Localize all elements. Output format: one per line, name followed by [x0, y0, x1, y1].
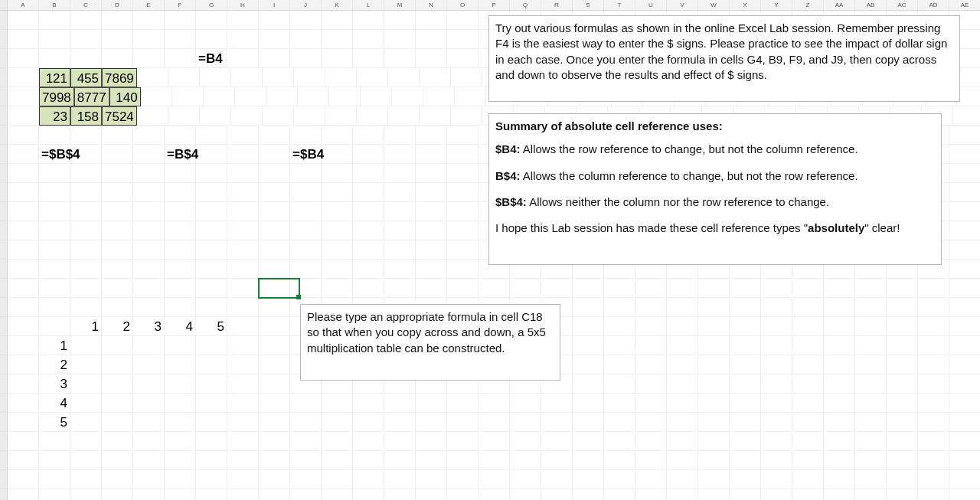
cell-U25[interactable]: [635, 470, 667, 489]
cell-S17[interactable]: [573, 317, 604, 336]
cell-L24[interactable]: [353, 451, 384, 470]
cell-C14[interactable]: [70, 260, 102, 279]
cell-G19[interactable]: [196, 355, 227, 374]
cell-H2[interactable]: [227, 30, 259, 49]
cell-K11[interactable]: [322, 202, 353, 221]
column-header-H[interactable]: H: [227, 0, 259, 10]
cell-AC22[interactable]: [887, 413, 918, 432]
cell-F18[interactable]: [165, 336, 196, 355]
cell-AE12[interactable]: [949, 221, 980, 240]
cell-L11[interactable]: [353, 202, 384, 221]
cell-X24[interactable]: [730, 451, 761, 470]
cell-H10[interactable]: [227, 183, 259, 202]
cell-V16[interactable]: [667, 298, 698, 317]
column-header-Z[interactable]: Z: [792, 0, 824, 10]
cell-N4[interactable]: [420, 68, 451, 87]
cell-D3[interactable]: [102, 49, 133, 68]
cell-AD19[interactable]: [918, 355, 949, 374]
cell-I24[interactable]: [259, 451, 290, 470]
cell-K9[interactable]: [322, 164, 353, 183]
cell-B12[interactable]: [39, 221, 70, 240]
cell-N8[interactable]: [416, 145, 447, 164]
row-header-14[interactable]: [0, 260, 8, 279]
cell-K22[interactable]: [322, 413, 353, 432]
cell-M11[interactable]: [384, 202, 416, 221]
cell-G26[interactable]: [196, 489, 227, 500]
cell-W20[interactable]: [698, 374, 730, 394]
cell-Q22[interactable]: [510, 413, 541, 432]
cell-U16[interactable]: [635, 298, 667, 317]
cell-C18[interactable]: [70, 336, 102, 355]
cell-AE17[interactable]: [949, 317, 980, 336]
cell-I17[interactable]: [259, 317, 290, 336]
cell-R21[interactable]: [541, 394, 573, 413]
cell-I13[interactable]: [259, 240, 290, 260]
cell-H8[interactable]: [227, 145, 259, 164]
cell-N24[interactable]: [416, 451, 447, 470]
row-header-20[interactable]: [0, 374, 8, 394]
cell-D22[interactable]: [102, 413, 133, 432]
cell-Q21[interactable]: [510, 394, 541, 413]
cell-F20[interactable]: [165, 374, 196, 394]
cell-N7[interactable]: [416, 126, 447, 145]
cell-U22[interactable]: [635, 413, 667, 432]
cell-G23[interactable]: [196, 432, 227, 451]
cell-E5[interactable]: [141, 87, 172, 106]
cell-AE26[interactable]: [949, 489, 980, 500]
cell-Z22[interactable]: [792, 413, 824, 432]
cell-AB19[interactable]: [855, 355, 887, 374]
column-header-AE[interactable]: AE: [949, 0, 980, 10]
cell-W19[interactable]: [698, 355, 730, 374]
cell-AE24[interactable]: [949, 451, 980, 470]
cell-O6[interactable]: [451, 106, 482, 126]
cell-W21[interactable]: [698, 394, 730, 413]
cell-D20[interactable]: [102, 374, 133, 394]
column-header-AB[interactable]: AB: [855, 0, 887, 10]
cell-T16[interactable]: [604, 298, 635, 317]
cell-U18[interactable]: [635, 336, 667, 355]
cell-L5[interactable]: [361, 87, 392, 106]
cell-M1[interactable]: [384, 11, 416, 30]
cell-AE18[interactable]: [949, 336, 980, 355]
cell-H14[interactable]: [227, 260, 259, 279]
cell-E20[interactable]: [133, 374, 165, 394]
cell-K21[interactable]: [322, 394, 353, 413]
cell-C25[interactable]: [70, 470, 102, 489]
cell-Y23[interactable]: [761, 432, 792, 451]
column-header-AD[interactable]: AD: [918, 0, 949, 10]
cell-C13[interactable]: [70, 240, 102, 260]
row-header-18[interactable]: [0, 336, 8, 355]
cell-AE8[interactable]: [949, 145, 980, 164]
cell-R23[interactable]: [541, 432, 573, 451]
cell-V23[interactable]: [667, 432, 698, 451]
cell-AB24[interactable]: [855, 451, 887, 470]
cell-E25[interactable]: [133, 470, 165, 489]
cell-A25[interactable]: [8, 470, 39, 489]
cell-C23[interactable]: [70, 432, 102, 451]
cell-N21[interactable]: [416, 394, 447, 413]
row-header-15[interactable]: [0, 279, 8, 298]
cell-B13[interactable]: [39, 240, 70, 260]
cell-B5[interactable]: 7998: [39, 87, 74, 106]
cell-A7[interactable]: [8, 126, 39, 145]
select-all-corner[interactable]: [0, 0, 8, 10]
cell-M8[interactable]: [384, 145, 416, 164]
cell-E18[interactable]: [133, 336, 165, 355]
cell-D10[interactable]: [102, 183, 133, 202]
cell-E22[interactable]: [133, 413, 165, 432]
cell-Z18[interactable]: [792, 336, 824, 355]
cell-AD26[interactable]: [918, 489, 949, 500]
cell-H22[interactable]: [227, 413, 259, 432]
cell-F22[interactable]: [165, 413, 196, 432]
cell-S26[interactable]: [573, 489, 604, 500]
cell-AC25[interactable]: [887, 470, 918, 489]
cell-C22[interactable]: [70, 413, 102, 432]
cell-I20[interactable]: [259, 374, 290, 394]
cell-K10[interactable]: [322, 183, 353, 202]
cell-T17[interactable]: [604, 317, 635, 336]
cell-F2[interactable]: [165, 30, 196, 49]
cell-AA18[interactable]: [824, 336, 855, 355]
cell-AE14[interactable]: [949, 260, 980, 279]
cell-G3[interactable]: =B4: [196, 49, 227, 68]
cell-F10[interactable]: [165, 183, 196, 202]
